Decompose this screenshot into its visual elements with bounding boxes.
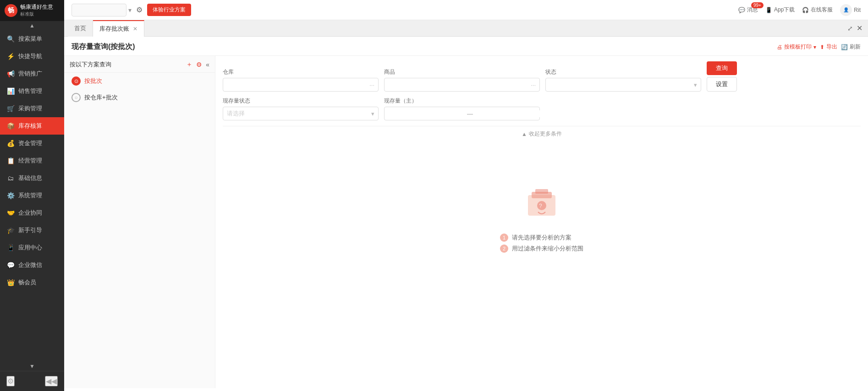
user-menu-button[interactable]: 👤 Rit bbox=[840, 4, 861, 16]
tip1-num: 1 bbox=[500, 234, 508, 242]
sidebar-item-search[interactable]: 🔍 搜索菜单 bbox=[0, 30, 64, 48]
warehouse-batch-option-icon: ○ bbox=[71, 93, 81, 102]
sidebar-item-apps-label: 应用中心 bbox=[18, 244, 42, 252]
refresh-button[interactable]: 🔄 刷新 bbox=[841, 43, 861, 51]
marketing-icon: 📢 bbox=[6, 70, 15, 78]
quantity-filter-item: 现存量（主） — bbox=[384, 97, 540, 120]
sidebar-item-sales-label: 销售管理 bbox=[18, 87, 42, 95]
warehouse-more-button[interactable]: ··· bbox=[369, 81, 374, 88]
online-service-button[interactable]: 🎧 在线客服 bbox=[802, 6, 833, 14]
settings-filter-button[interactable]: 设置 bbox=[707, 77, 737, 92]
manage-scheme-button[interactable]: ⚙ bbox=[196, 61, 202, 68]
add-scheme-button[interactable]: ＋ bbox=[186, 60, 192, 69]
message-button[interactable]: 💬 消息 99+ bbox=[738, 6, 758, 14]
filter-option-warehouse-batch[interactable]: ○ 按仓库+批次 bbox=[64, 89, 215, 106]
tab-expand-button[interactable]: ⤢ bbox=[847, 25, 853, 32]
system-icon: ⚙️ bbox=[6, 191, 15, 200]
sidebar-item-system[interactable]: ⚙️ 系统管理 bbox=[0, 187, 64, 204]
filter-option-batch[interactable]: ⊙ 按批次 bbox=[64, 73, 215, 89]
app-title: 畅康通好生意 bbox=[20, 4, 53, 11]
sidebar-item-newbie[interactable]: 🎓 新手引导 bbox=[0, 222, 64, 239]
topbar: ▾ ⚙ 体验行业方案 💬 消息 99+ 📱 App下载 🎧 在线客服 bbox=[64, 0, 868, 20]
collapse-filter-button[interactable]: « bbox=[206, 61, 209, 68]
page-actions: 🖨 按模板打印 ▾ ⬆ 导出 🔄 刷新 bbox=[777, 43, 861, 51]
enterprise-icon: 🤝 bbox=[6, 209, 15, 217]
collapse-sidebar-button[interactable]: ◀◀ bbox=[45, 376, 58, 386]
tab-home-label: 首页 bbox=[74, 24, 86, 33]
sidebar-item-marketing[interactable]: 📢 营销推广 bbox=[0, 65, 64, 82]
empty-illustration: ? bbox=[519, 179, 565, 226]
sidebar-item-purchase-label: 采购管理 bbox=[18, 104, 42, 113]
batch-option-label: 按批次 bbox=[84, 77, 102, 85]
tab-panel-close-button[interactable]: ✕ bbox=[857, 24, 863, 33]
quantity-separator: — bbox=[467, 110, 473, 117]
sidebar-item-system-label: 系统管理 bbox=[18, 191, 42, 200]
settings-button[interactable]: ⚙ bbox=[6, 376, 15, 386]
quantity-max-input[interactable] bbox=[475, 110, 552, 117]
product-input[interactable] bbox=[388, 81, 529, 88]
sidebar-item-enterprise[interactable]: 🤝 企业协同 bbox=[0, 204, 64, 222]
newbie-icon: 🎓 bbox=[6, 226, 15, 234]
sidebar-nav: 🔍 搜索菜单 ⚡ 快捷导航 📢 营销推广 📊 销售管理 🛒 采购管理 📦 bbox=[0, 30, 64, 362]
query-actions: 查询 设置 bbox=[707, 61, 737, 92]
tab-batch[interactable]: 库存批次账 ✕ bbox=[93, 20, 144, 37]
sidebar-item-inventory[interactable]: 📦 库存核算 bbox=[0, 117, 64, 135]
filter-sidebar-actions: ＋ ⚙ « bbox=[186, 60, 209, 69]
warehouse-batch-option-label: 按仓库+批次 bbox=[84, 93, 118, 102]
sidebar-scroll-up[interactable]: ▲ bbox=[0, 21, 64, 30]
collapse-label: 收起更多条件 bbox=[529, 130, 562, 138]
wechat-icon: 💬 bbox=[6, 261, 15, 269]
query-button[interactable]: 查询 bbox=[707, 61, 737, 75]
topbar-gear-button[interactable]: ⚙ bbox=[136, 5, 143, 14]
print-dropdown-icon: ▾ bbox=[813, 44, 816, 50]
svg-text:?: ? bbox=[539, 203, 542, 209]
tab-home[interactable]: 首页 bbox=[68, 20, 93, 37]
inventory-status-placeholder: 请选择 bbox=[227, 109, 369, 118]
empty-tip-2: 2 用过滤条件来缩小分析范围 bbox=[500, 244, 583, 253]
topbar-dropdown-button[interactable]: ▾ bbox=[128, 6, 132, 14]
sidebar-item-member-label: 畅会员 bbox=[18, 278, 36, 287]
tab-panel-controls: ⤢ ✕ bbox=[847, 24, 864, 33]
sidebar-item-quick[interactable]: ⚡ 快捷导航 bbox=[0, 48, 64, 65]
page-header: 现存量查询(按批次) 🖨 按模板打印 ▾ ⬆ 导出 🔄 刷新 bbox=[64, 37, 868, 56]
sidebar-item-wechat[interactable]: 💬 企业微信 bbox=[0, 256, 64, 274]
product-more-button[interactable]: ··· bbox=[531, 81, 536, 88]
sidebar-item-sales[interactable]: 📊 销售管理 bbox=[0, 82, 64, 100]
topbar-search-input[interactable] bbox=[71, 4, 126, 16]
sidebar-header: 畅 畅康通好生意 标准版 bbox=[0, 0, 64, 21]
sidebar-scroll-down[interactable]: ▼ bbox=[0, 362, 64, 371]
app-download-button[interactable]: 📱 App下载 bbox=[765, 6, 795, 14]
print-icon: 🖨 bbox=[777, 44, 782, 50]
print-button[interactable]: 🖨 按模板打印 ▾ bbox=[777, 43, 816, 51]
collapse-more-button[interactable]: ▲ 收起更多条件 bbox=[522, 128, 562, 140]
avatar: 👤 bbox=[840, 4, 852, 16]
message-icon: 💬 bbox=[738, 7, 745, 13]
warehouse-input[interactable] bbox=[227, 81, 368, 88]
export-button[interactable]: ⬆ 导出 bbox=[820, 43, 837, 51]
finance-icon: 💰 bbox=[6, 139, 15, 147]
filter-sidebar-title: 按以下方案查询 bbox=[70, 60, 111, 69]
sidebar-item-quick-label: 快捷导航 bbox=[18, 52, 42, 60]
tab-close-button[interactable]: ✕ bbox=[133, 26, 137, 32]
sidebar-item-wechat-label: 企业微信 bbox=[18, 261, 42, 269]
warehouse-label: 仓库 bbox=[223, 68, 379, 76]
inventory-status-dropdown[interactable]: ▾ bbox=[371, 110, 374, 117]
sidebar-item-basic[interactable]: 🗂 基础信息 bbox=[0, 169, 64, 187]
sidebar-item-business[interactable]: 📋 经营管理 bbox=[0, 152, 64, 169]
headset-icon: 🎧 bbox=[802, 7, 809, 13]
sidebar-item-search-label: 搜索菜单 bbox=[18, 35, 42, 43]
quantity-min-input[interactable] bbox=[388, 110, 465, 117]
sidebar-item-member[interactable]: 👑 畅会员 bbox=[0, 274, 64, 291]
sidebar-item-purchase[interactable]: 🛒 采购管理 bbox=[0, 100, 64, 117]
app-download-label: App下载 bbox=[774, 6, 795, 14]
sidebar-item-finance[interactable]: 💰 资金管理 bbox=[0, 135, 64, 152]
empty-tip-1: 1 请先选择要分析的方案 bbox=[500, 234, 583, 242]
tip1-text: 请先选择要分析的方案 bbox=[512, 234, 571, 242]
status-dropdown-button[interactable]: ▾ bbox=[694, 81, 697, 88]
inventory-status-label: 现存量状态 bbox=[223, 97, 379, 105]
sidebar-item-apps[interactable]: 📱 应用中心 bbox=[0, 239, 64, 256]
status-filter-item: 状态 ▾ bbox=[545, 68, 701, 92]
experience-button[interactable]: 体验行业方案 bbox=[147, 4, 191, 16]
refresh-label: 刷新 bbox=[850, 43, 861, 51]
member-icon: 👑 bbox=[6, 278, 15, 287]
